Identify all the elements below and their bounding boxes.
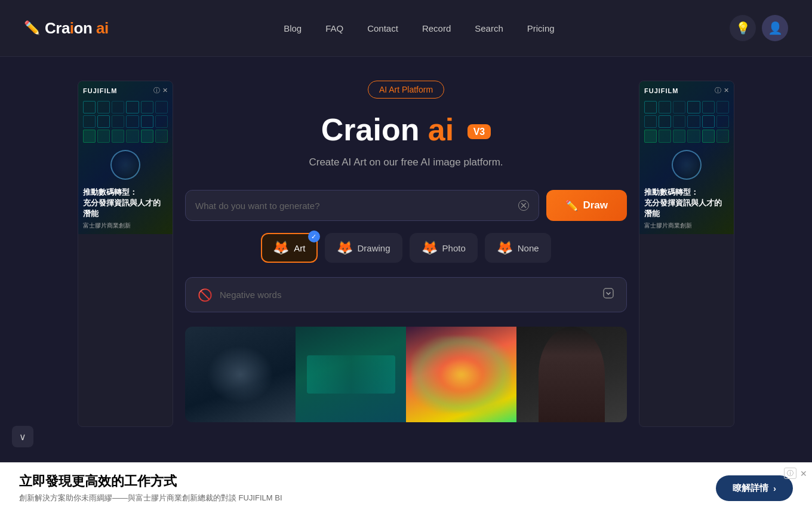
chevron-down-icon: ∨ (19, 431, 26, 443)
ad-right-subtext: 富士膠片商業創新 (644, 222, 729, 229)
gallery-item-4[interactable] (516, 327, 627, 422)
photo-style-icon: 🦊 (422, 240, 438, 256)
search-row: ✏️ Draw (185, 190, 627, 221)
ad-left-title: 推動數碼轉型：充分發揮資訊與人才的潛能 (83, 187, 168, 220)
style-none-button[interactable]: 🦊 None (485, 233, 551, 263)
logo-text: Craion ai (45, 19, 109, 38)
svg-rect-3 (604, 288, 613, 298)
ad-left: FUJIFILM ⓘ ✕ (78, 81, 173, 427)
art-style-icon: 🦊 (273, 240, 289, 256)
none-style-icon: 🦊 (497, 240, 513, 256)
nav-faq[interactable]: FAQ (316, 19, 353, 38)
nav-links: Blog FAQ Contact Record Search Pricing (274, 19, 564, 38)
nav-blog[interactable]: Blog (274, 19, 311, 38)
style-drawing-button[interactable]: 🦊 Drawing (325, 233, 402, 263)
v3-badge: V3 (467, 124, 491, 139)
bottom-ad-info[interactable]: ⓘ (784, 468, 796, 479)
nav-pricing[interactable]: Pricing (518, 19, 564, 38)
draw-button[interactable]: ✏️ Draw (546, 190, 627, 221)
negative-words-expand-button[interactable] (602, 287, 614, 302)
style-selector: ✓ 🦊 Art 🦊 Drawing 🦊 Photo 🦊 None (261, 233, 550, 263)
lightbulb-icon: 💡 (736, 21, 751, 35)
ad-right-close[interactable]: ✕ (724, 87, 729, 94)
user-account-button[interactable]: 👤 (762, 15, 788, 41)
negative-words-bar: 🚫 Negative words (185, 277, 627, 312)
search-box (185, 190, 539, 221)
negative-icon: 🚫 (198, 288, 213, 302)
ad-left-subtext: 富士膠片商業創新 (83, 222, 168, 229)
search-clear-button[interactable] (518, 200, 529, 211)
nav-search[interactable]: Search (465, 19, 513, 38)
gallery-item-3[interactable] (406, 327, 516, 422)
bottom-ad-controls: ⓘ ✕ (784, 468, 807, 479)
bottom-ad-close[interactable]: ✕ (800, 469, 807, 478)
logo[interactable]: ✏️ Craion ai (24, 19, 109, 38)
arrow-right-icon: › (773, 483, 776, 493)
style-art-button[interactable]: ✓ 🦊 Art (261, 233, 317, 263)
negative-words-placeholder: Negative words (220, 290, 595, 300)
logo-pencil-icon: ✏️ (24, 20, 40, 36)
style-photo-button[interactable]: 🦊 Photo (410, 233, 478, 263)
ad-right-title: 推動數碼轉型：充分發揮資訊與人才的潛能 (644, 187, 729, 220)
main-content: FUJIFILM ⓘ ✕ (0, 57, 812, 439)
hero-subtitle: Create AI Art on our free AI image platf… (309, 156, 503, 168)
nav-record[interactable]: Record (413, 19, 460, 38)
drawing-style-icon: 🦊 (337, 240, 353, 256)
nav-contact[interactable]: Contact (358, 19, 408, 38)
center-content: AI Art Platform Craion ai V3 Create AI A… (173, 81, 639, 422)
bottom-ad-banner: ⓘ ✕ 立即發現更高效的工作方式 創新解決方案助你未雨綢繆——與富士膠片商業創新… (0, 462, 812, 513)
generate-input[interactable] (195, 192, 512, 219)
ad-left-brand: FUJIFILM (83, 87, 118, 94)
gallery-item-2[interactable] (296, 327, 406, 422)
ad-right: FUJIFILM ⓘ ✕ (639, 81, 734, 427)
ad-left-close[interactable]: ✕ (162, 87, 168, 94)
bottom-ad-subtitle: 創新解決方案助你未雨綢繆——與富士膠片商業創新總裁的對談 FUJIFILM BI (19, 493, 282, 503)
bottom-ad-title: 立即發現更高效的工作方式 (19, 472, 282, 490)
platform-badge: AI Art Platform (368, 81, 444, 99)
hero-title: Craion ai V3 (321, 113, 491, 147)
ad-right-info[interactable]: ⓘ (715, 86, 721, 95)
gallery-item-1[interactable] (185, 327, 296, 422)
navbar-actions: 💡 👤 (730, 15, 788, 41)
gallery-preview (185, 327, 627, 422)
ad-left-info[interactable]: ⓘ (153, 86, 160, 95)
theme-toggle-button[interactable]: 💡 (730, 15, 756, 41)
draw-icon: ✏️ (565, 199, 578, 212)
bottom-ad-text: 立即發現更高效的工作方式 創新解決方案助你未雨綢繆——與富士膠片商業創新總裁的對… (19, 472, 282, 503)
learn-more-button[interactable]: 瞭解詳情 › (716, 475, 793, 501)
art-check-icon: ✓ (308, 231, 320, 242)
ad-right-brand: FUJIFILM (644, 87, 679, 94)
user-icon: 👤 (768, 21, 783, 35)
scroll-down-button[interactable]: ∨ (12, 426, 33, 447)
navbar: ✏️ Craion ai Blog FAQ Contact Record Sea… (0, 0, 812, 57)
